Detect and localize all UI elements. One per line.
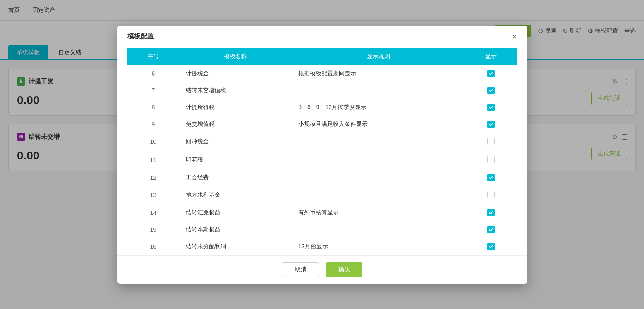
table-row: 16结转未分配利润12月份显示 [127, 238, 517, 255]
row-rule [292, 82, 465, 99]
row-rule [292, 169, 465, 186]
modal-header: 模板配置 × [117, 26, 527, 48]
modal-overlay: 模板配置 × 序号 模板名称 显示规则 显示 6计提税金根据模板配置期间显示 7… [0, 0, 644, 309]
table-row: 6计提税金根据模板配置期间显示 [127, 65, 517, 82]
row-rule [292, 133, 465, 151]
row-checkbox-cell [465, 221, 517, 238]
col-header-name: 模板名称 [179, 48, 292, 65]
checkbox-checked[interactable] [487, 209, 495, 216]
row-name: 结转本期损益 [179, 221, 292, 238]
table-row: 8计提所得税3、6、9、12月按季度显示 [127, 99, 517, 116]
row-name: 计提所得税 [179, 99, 292, 116]
row-rule [292, 186, 465, 204]
checkbox-checked[interactable] [487, 87, 495, 94]
table-row: 13地方水利基金 [127, 186, 517, 204]
table-row: 10回冲税金 [127, 133, 517, 151]
cancel-button[interactable]: 取消 [282, 262, 319, 277]
row-checkbox-cell [465, 186, 517, 204]
confirm-button[interactable]: 确认 [326, 262, 362, 277]
checkbox-unchecked[interactable] [487, 191, 495, 198]
row-rule: 有外币核算显示 [292, 204, 465, 221]
row-id: 9 [127, 116, 180, 133]
col-header-rule: 显示规则 [292, 48, 465, 65]
row-id: 14 [127, 204, 180, 221]
row-id: 6 [127, 65, 180, 82]
row-id: 16 [127, 238, 180, 255]
row-name: 结转未交增值税 [179, 82, 292, 99]
row-rule: 3、6、9、12月按季度显示 [292, 99, 465, 116]
row-checkbox-cell [465, 116, 517, 133]
checkbox-checked[interactable] [487, 104, 495, 111]
row-id: 10 [127, 133, 180, 151]
row-rule: 12月份显示 [292, 238, 465, 255]
row-checkbox-cell [465, 151, 517, 169]
table-row: 15结转本期损益 [127, 221, 517, 238]
row-name: 回冲税金 [179, 133, 292, 151]
modal-body: 序号 模板名称 显示规则 显示 6计提税金根据模板配置期间显示 7结转未交增值税… [117, 48, 527, 255]
checkbox-checked[interactable] [487, 174, 495, 181]
table-row: 11印花税 [127, 151, 517, 169]
checkbox-checked[interactable] [487, 121, 495, 128]
modal-title: 模板配置 [127, 32, 154, 41]
row-rule: 小规模且满足收入条件显示 [292, 116, 465, 133]
row-name: 结转汇兑损益 [179, 204, 292, 221]
checkbox-unchecked[interactable] [487, 138, 495, 145]
checkbox-checked[interactable] [487, 226, 495, 233]
row-checkbox-cell [465, 133, 517, 151]
row-checkbox-cell [465, 65, 517, 82]
row-name: 印花税 [179, 151, 292, 169]
col-header-id: 序号 [127, 48, 180, 65]
row-checkbox-cell [465, 238, 517, 255]
modal-close-button[interactable]: × [512, 32, 517, 40]
row-id: 12 [127, 169, 180, 186]
row-id: 11 [127, 151, 180, 169]
template-config-modal: 模板配置 × 序号 模板名称 显示规则 显示 6计提税金根据模板配置期间显示 7… [117, 26, 527, 284]
config-table: 序号 模板名称 显示规则 显示 6计提税金根据模板配置期间显示 7结转未交增值税… [127, 48, 517, 255]
col-header-display: 显示 [465, 48, 517, 65]
row-rule: 根据模板配置期间显示 [292, 65, 465, 82]
table-row: 14结转汇兑损益有外币核算显示 [127, 204, 517, 221]
checkbox-checked[interactable] [487, 70, 495, 77]
row-rule [292, 151, 465, 169]
checkbox-unchecked[interactable] [487, 156, 495, 163]
row-id: 13 [127, 186, 180, 204]
row-name: 地方水利基金 [179, 186, 292, 204]
row-rule [292, 221, 465, 238]
checkbox-checked[interactable] [487, 243, 495, 250]
row-checkbox-cell [465, 204, 517, 221]
row-name: 工会经费 [179, 169, 292, 186]
row-id: 7 [127, 82, 180, 99]
row-name: 结转未分配利润 [179, 238, 292, 255]
table-row: 7结转未交增值税 [127, 82, 517, 99]
row-checkbox-cell [465, 99, 517, 116]
row-id: 15 [127, 221, 180, 238]
modal-footer: 取消 确认 [117, 255, 527, 284]
table-row: 9免交增值税小规模且满足收入条件显示 [127, 116, 517, 133]
table-row: 12工会经费 [127, 169, 517, 186]
row-name: 免交增值税 [179, 116, 292, 133]
row-checkbox-cell [465, 82, 517, 99]
row-checkbox-cell [465, 169, 517, 186]
row-id: 8 [127, 99, 180, 116]
table-header-row: 序号 模板名称 显示规则 显示 [127, 48, 517, 65]
row-name: 计提税金 [179, 65, 292, 82]
